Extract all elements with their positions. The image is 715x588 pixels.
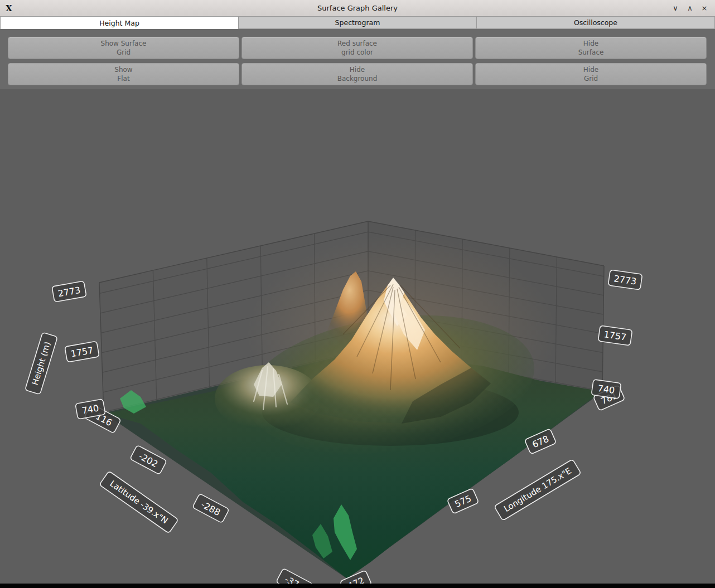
show-surface-grid-button[interactable]: Show Surface Grid [8,37,239,59]
tab-bar: Height Map Spectrogram Oscilloscope [0,16,715,29]
shade-window-icon[interactable]: ∨ [670,3,680,13]
window-title: Surface Graph Gallery [0,4,715,12]
maximize-window-icon[interactable]: ∧ [685,3,695,13]
tab-spectrogram[interactable]: Spectrogram [239,16,477,29]
control-button-grid: Show Surface Grid Red surface grid color… [8,37,707,85]
warm-light-overlay [245,234,558,435]
tab-height-map[interactable]: Height Map [0,16,239,29]
hide-background-button[interactable]: Hide Background [241,63,473,85]
surface-plot-view[interactable]: -116 2773 1757 740 Height (m) 781 2773 [0,0,715,588]
window-controls: ∨ ∧ × [670,3,715,13]
hide-grid-button[interactable]: Hide Grid [475,63,707,85]
hide-surface-button[interactable]: Hide Surface [475,37,707,59]
show-flat-button[interactable]: Show Flat [8,63,239,85]
close-window-icon[interactable]: × [699,3,709,13]
tab-oscilloscope[interactable]: Oscilloscope [477,16,715,29]
height-axis-tick: 740 [591,380,621,399]
window-bottom-strip [0,584,715,588]
app-window: { "window": { "title": "Surface Graph Ga… [0,0,715,588]
red-surface-grid-color-button[interactable]: Red surface grid color [241,37,473,59]
app-icon: X [4,3,14,13]
title-bar[interactable]: X Surface Graph Gallery ∨ ∧ × [0,0,715,17]
